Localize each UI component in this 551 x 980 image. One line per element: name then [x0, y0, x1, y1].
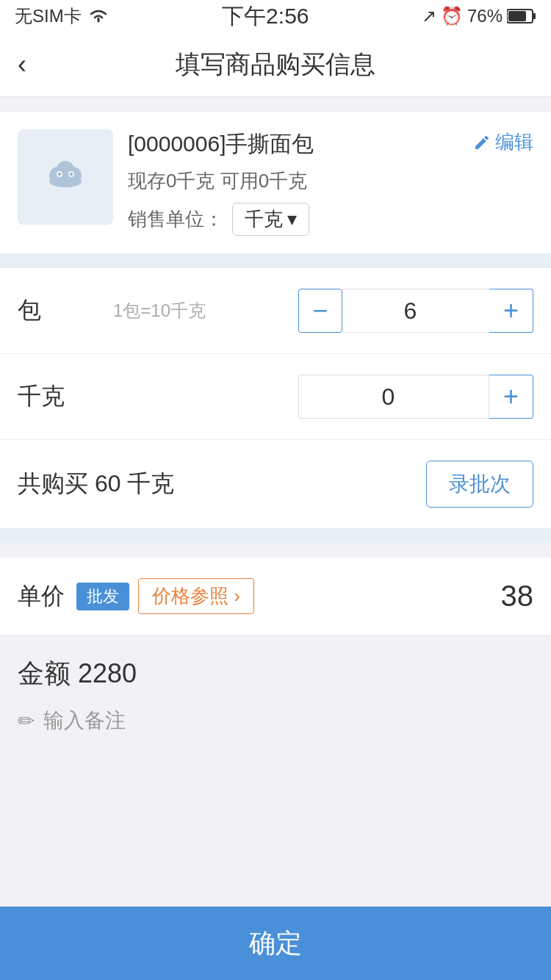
svg-rect-1 — [533, 13, 536, 19]
bao-plus-button[interactable]: + — [489, 289, 533, 333]
purchase-summary-label: 共购买 60 千克 — [18, 468, 174, 500]
dropdown-icon: ▾ — [287, 208, 297, 231]
quantity-section: 包 1包=10千克 − + 千克 + — [0, 268, 551, 440]
bottom-spacer — [0, 749, 551, 837]
nav-bar: ‹ 填写商品购买信息 — [0, 32, 551, 97]
edit-label: 编辑 — [495, 129, 533, 155]
kg-quantity-input[interactable] — [298, 375, 489, 419]
bao-minus-button[interactable]: − — [298, 289, 342, 333]
bao-quantity-control: − + — [298, 289, 533, 333]
status-right: ↗ ⏰ 76% — [422, 6, 536, 26]
remark-row[interactable]: ✏ 输入备注 — [18, 707, 533, 735]
product-image — [18, 129, 113, 225]
unit-value: 千克 — [245, 206, 283, 232]
divider-2 — [0, 528, 551, 543]
alarm-icon: ⏰ — [441, 6, 463, 26]
svg-point-10 — [70, 173, 73, 176]
page-title: 填写商品购买信息 — [176, 48, 375, 82]
product-logo-icon — [36, 155, 95, 199]
edit-button[interactable]: 编辑 — [473, 129, 533, 155]
bao-label: 包 — [18, 295, 106, 327]
remark-icon: ✏ — [18, 709, 35, 733]
product-stock: 现存0千克 可用0千克 — [128, 168, 533, 194]
bao-hint: 1包=10千克 — [113, 299, 298, 323]
edit-icon — [473, 134, 491, 151]
location-icon: ↗ — [422, 6, 436, 26]
back-button[interactable]: ‹ — [18, 49, 26, 80]
status-time: 下午2:56 — [222, 1, 309, 32]
batch-button[interactable]: 录批次 — [426, 461, 533, 508]
wifi-icon — [87, 8, 109, 24]
price-type-tag: 批发 — [76, 583, 129, 610]
price-ref-button[interactable]: 价格参照 › — [138, 578, 254, 614]
purchase-summary-row: 共购买 60 千克 录批次 — [0, 440, 551, 528]
bao-row: 包 1包=10千克 − + — [0, 268, 551, 354]
price-ref-label: 价格参照 › — [152, 583, 240, 609]
bao-quantity-input[interactable] — [342, 289, 489, 333]
amount-section: 金额 2280 ✏ 输入备注 — [0, 635, 551, 749]
price-label: 单价 — [18, 580, 65, 613]
product-unit-row: 销售单位： 千克 ▾ — [128, 203, 533, 236]
remark-placeholder: 输入备注 — [43, 707, 126, 735]
svg-point-6 — [49, 176, 82, 187]
unit-select[interactable]: 千克 ▾ — [232, 203, 309, 236]
confirm-button[interactable]: 确定 — [0, 907, 551, 980]
amount-label: 金额 2280 — [18, 656, 533, 692]
carrier-label: 无SIM卡 — [15, 4, 82, 28]
unit-label: 销售单位： — [128, 206, 223, 232]
kg-quantity-control: + — [298, 375, 533, 419]
kg-plus-button[interactable]: + — [489, 375, 533, 419]
battery-label: 76% — [467, 6, 503, 26]
divider-1 — [0, 253, 551, 268]
price-section: 单价 批发 价格参照 › 38 — [0, 558, 551, 635]
kg-label: 千克 — [18, 381, 106, 413]
status-left: 无SIM卡 — [15, 4, 109, 28]
svg-point-9 — [58, 173, 61, 176]
price-value: 38 — [501, 580, 534, 613]
status-bar: 无SIM卡 下午2:56 ↗ ⏰ 76% — [0, 0, 551, 32]
kg-row: 千克 + — [0, 354, 551, 440]
product-card: [0000006]手撕面包 现存0千克 可用0千克 销售单位： 千克 ▾ 编辑 — [0, 112, 551, 253]
battery-icon — [507, 8, 536, 24]
svg-rect-2 — [508, 11, 526, 21]
